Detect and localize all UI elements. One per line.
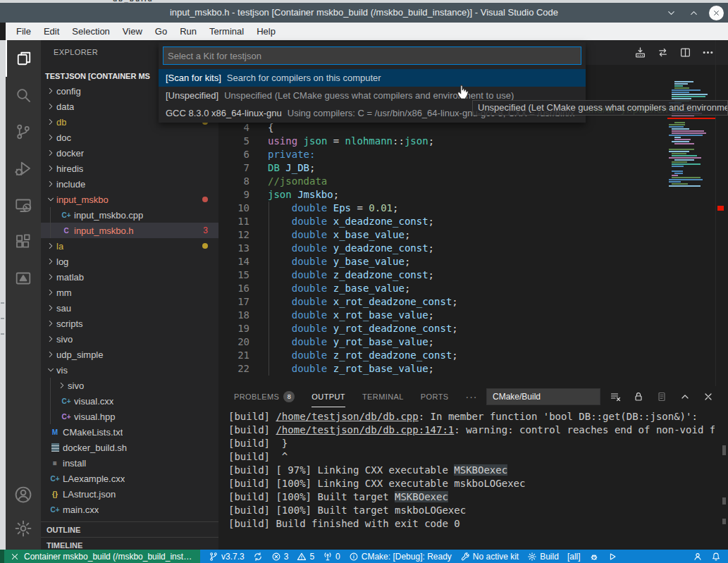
tree-folder-docker[interactable]: docker (41, 145, 218, 161)
split-editor-icon (679, 47, 691, 58)
panel-tab-label: OUTPUT (311, 392, 345, 401)
tree-folder-matlab[interactable]: matlab (41, 269, 218, 285)
tree-folder-hiredis[interactable]: hiredis (41, 161, 218, 176)
tree-folder-sau[interactable]: sau (41, 300, 218, 316)
activity-settings-gear[interactable] (6, 512, 41, 545)
activity-explorer[interactable] (6, 40, 41, 77)
quick-pick-item-0[interactable]: [Scan for kits]Search for compilers on t… (159, 69, 586, 87)
tree-folder-la[interactable]: la (41, 238, 218, 254)
line-number: 11 (218, 215, 249, 228)
maximize-panel-button[interactable] (679, 391, 691, 405)
menubar: FileEditSelectionViewGoRunTerminalHelp (6, 23, 728, 40)
tree-folder-vis[interactable]: vis (41, 362, 218, 378)
close-panel-button[interactable] (703, 391, 714, 405)
status-item-label: No active kit (473, 552, 519, 562)
vscode-window: db_build input_mskbo.h - testjson [Conta… (0, 0, 728, 563)
line-number: 20 (218, 335, 249, 349)
desktop-download-button[interactable] (634, 47, 646, 61)
tree-folder-sivo[interactable]: sivo (41, 331, 218, 347)
tree-folder-doc[interactable]: doc (41, 130, 218, 145)
tree-file-lastruct.json[interactable]: {}LAstruct.json (41, 486, 218, 502)
switch-header-source-button[interactable] (657, 47, 669, 61)
menu-run[interactable]: Run (173, 26, 203, 37)
activity-remote-explorer[interactable] (6, 187, 41, 223)
status-launch-button[interactable] (603, 550, 622, 563)
tree-folder-udp_simple[interactable]: udp_simple (41, 347, 218, 362)
status-cmake-status[interactable]: CMake: [Debug]: Ready (345, 550, 456, 563)
tree-folder-log[interactable]: log (41, 254, 218, 269)
code-area[interactable]: 4{5using json = nlohmann::json;6private:… (218, 121, 728, 376)
more-panel-tabs-icon[interactable]: ··· (466, 391, 478, 402)
status-build-target[interactable]: [all] (563, 550, 585, 563)
line-number: 13 (218, 242, 249, 255)
tree-file-visual.hpp[interactable]: C+visual.hpp (41, 409, 218, 424)
code-line-6: 6private: (218, 148, 728, 161)
tree-file-input_mskbo.cpp[interactable]: C+input_mskbo.cpp (41, 207, 218, 223)
timeline-section[interactable]: TIMELINE (41, 537, 218, 550)
activity-source-control[interactable] (6, 113, 41, 150)
status-debug-button[interactable] (585, 550, 603, 563)
remote-indicator[interactable]: Container mskbo_build (/mskbo_build_inst… (4, 550, 200, 563)
minimize-button[interactable] (664, 6, 678, 20)
split-editor-button[interactable] (679, 47, 691, 61)
cpp-blue-file-icon: C+ (61, 397, 72, 405)
status-sync-status[interactable] (249, 550, 267, 563)
activity-account[interactable] (6, 478, 41, 512)
status-build-button[interactable]: Build (523, 550, 563, 563)
status-problems-warnings[interactable]: 5 (292, 550, 319, 563)
tree-file-input_mskbo.h[interactable]: Cinput_mskbo.h3 (41, 223, 218, 238)
menu-file[interactable]: File (10, 26, 37, 37)
output-line: [build] ^ (228, 450, 715, 464)
tree-file-install[interactable]: ≡install (41, 455, 218, 471)
maximize-button[interactable] (686, 6, 701, 20)
tree-folder-mm[interactable]: mm (41, 285, 218, 300)
activity-search[interactable] (6, 77, 41, 113)
status-feedback[interactable] (689, 550, 707, 563)
code-line-18: 18 double x_rot_base_value; (218, 309, 728, 322)
line-number: 6 (218, 148, 249, 161)
tree-file-main.cxx[interactable]: C+main.cxx (41, 502, 218, 517)
menu-go[interactable]: Go (149, 26, 173, 37)
tree-folder-input_mskbo[interactable]: input_mskbo (41, 192, 218, 207)
status-ports-status[interactable]: 0 (319, 550, 345, 563)
clear-output-button[interactable] (610, 391, 621, 405)
titlebar[interactable]: input_mskbo.h - testjson [Container mskb… (0, 3, 728, 23)
output-channel-select[interactable]: CMake/Build (486, 388, 600, 405)
panel-tab-problems[interactable]: PROBLEMS8 (234, 386, 295, 407)
tree-folder-include[interactable]: include (41, 176, 218, 192)
status-notifications[interactable] (707, 550, 725, 563)
tree-file-docker_build.sh[interactable]: docker_build.sh (41, 440, 218, 455)
status-active-kit[interactable]: No active kit (456, 550, 523, 563)
output-line: [build] [100%] Built target mskboLOGexec (228, 504, 715, 517)
close-button[interactable] (709, 6, 724, 20)
tree-folder-sivo[interactable]: sivo (41, 378, 218, 393)
tree-file-laexample.cxx[interactable]: C+LAexample.cxx (41, 471, 218, 486)
menu-edit[interactable]: Edit (37, 26, 66, 37)
menu-view[interactable]: View (116, 26, 149, 37)
lock-scroll-button[interactable] (633, 391, 644, 405)
output-log[interactable]: [build] /home/testjson/db/db.cpp: In mem… (228, 410, 715, 531)
outline-section[interactable]: OUTLINE (41, 521, 218, 538)
more-actions-button[interactable] (702, 47, 714, 61)
panel-tab-terminal[interactable]: TERMINAL (362, 386, 404, 407)
menu-terminal[interactable]: Terminal (203, 26, 250, 37)
file-link[interactable]: /home/testjson/db/db.cpp (276, 411, 418, 422)
activity-extensions[interactable] (6, 223, 41, 260)
menu-selection[interactable]: Selection (66, 26, 116, 37)
tree-folder-scripts[interactable]: scripts (41, 316, 218, 331)
status-problems-errors[interactable]: 3 (267, 550, 293, 563)
menu-help[interactable]: Help (250, 26, 282, 37)
tree-item-label: mm (56, 287, 72, 298)
tree-item-label: sivo (56, 334, 73, 345)
quick-pick-input[interactable] (164, 47, 581, 64)
open-in-editor-button[interactable] (656, 391, 667, 405)
panel-tab-label: TERMINAL (362, 392, 404, 401)
panel-tab-output[interactable]: OUTPUT (311, 386, 345, 407)
tree-file-cmakelists.txt[interactable]: MCMakeLists.txt (41, 424, 218, 440)
status-gitlens-version[interactable]: v3.7.3 (204, 550, 249, 563)
activity-cmake[interactable] (6, 260, 41, 297)
file-link[interactable]: /home/testjson/db/db.cpp:147:1 (276, 424, 454, 435)
tree-file-visual.cxx[interactable]: C+visual.cxx (41, 393, 218, 409)
panel-tab-ports[interactable]: PORTS (421, 386, 449, 407)
activity-run-debug[interactable] (6, 150, 41, 187)
